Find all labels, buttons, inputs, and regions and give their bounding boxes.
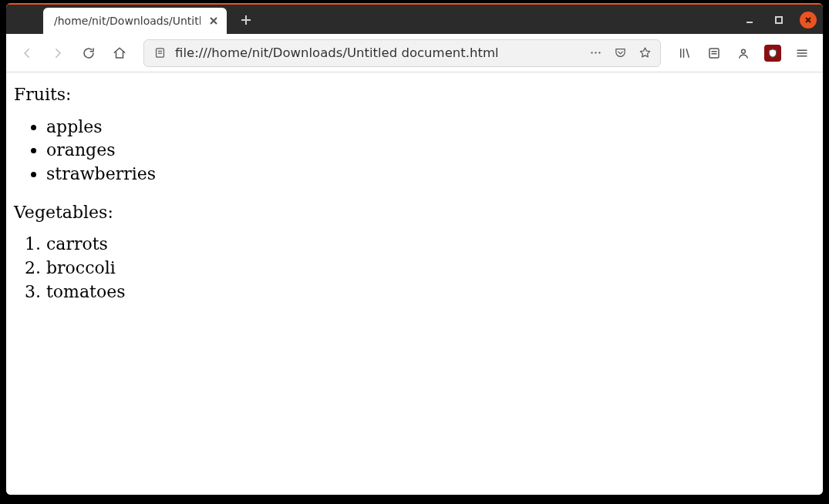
reload-button[interactable]	[76, 40, 102, 66]
forward-button[interactable]	[45, 40, 71, 66]
fruits-list: apples oranges strawberries	[14, 116, 815, 186]
tab-close-icon[interactable]	[207, 14, 221, 28]
list-item: carrots	[46, 233, 815, 256]
vegetables-list: carrots broccoli tomatoes	[14, 233, 815, 303]
tab-title: /home/nit/Downloads/Untitle	[54, 15, 201, 27]
list-item: broccoli	[46, 257, 815, 280]
home-button[interactable]	[106, 40, 133, 66]
toolbar-right	[672, 40, 815, 66]
bookmark-star-icon[interactable]	[635, 44, 654, 62]
hamburger-menu-icon[interactable]	[789, 40, 815, 66]
window-controls	[741, 5, 817, 35]
svg-rect-0	[776, 17, 782, 23]
back-button[interactable]	[14, 40, 40, 66]
url-text: file:///home/nit/Downloads/Untitled docu…	[175, 45, 580, 60]
svg-point-2	[591, 52, 592, 53]
list-item: strawberries	[46, 163, 815, 186]
library-icon[interactable]	[672, 40, 698, 66]
new-tab-button[interactable]	[234, 8, 258, 32]
url-bar[interactable]: file:///home/nit/Downloads/Untitled docu…	[143, 39, 661, 67]
window-close-button[interactable]	[800, 12, 817, 29]
reader-view-icon[interactable]	[701, 40, 727, 66]
svg-point-6	[742, 49, 746, 53]
browser-window: /home/nit/Downloads/Untitle	[6, 3, 823, 495]
browser-tab[interactable]: /home/nit/Downloads/Untitle	[43, 8, 227, 34]
window-maximize-button[interactable]	[770, 12, 787, 29]
fruits-heading: Fruits:	[14, 83, 815, 106]
page-actions-icon[interactable]	[586, 44, 605, 62]
svg-rect-1	[156, 49, 163, 57]
svg-point-4	[598, 52, 600, 53]
list-item: oranges	[46, 139, 815, 162]
page-info-icon[interactable]	[150, 44, 169, 62]
list-item: tomatoes	[46, 281, 815, 304]
pocket-icon[interactable]	[611, 44, 629, 62]
account-icon[interactable]	[730, 40, 757, 66]
window-minimize-button[interactable]	[741, 12, 758, 29]
ublock-icon[interactable]	[760, 40, 786, 66]
svg-point-3	[595, 52, 596, 53]
toolbar: file:///home/nit/Downloads/Untitled docu…	[6, 34, 823, 72]
titlebar: /home/nit/Downloads/Untitle	[6, 3, 823, 34]
list-item: apples	[46, 116, 815, 139]
vegetables-heading: Vegetables:	[14, 201, 815, 224]
page-content: Fruits: apples oranges strawberries Vege…	[6, 72, 823, 495]
